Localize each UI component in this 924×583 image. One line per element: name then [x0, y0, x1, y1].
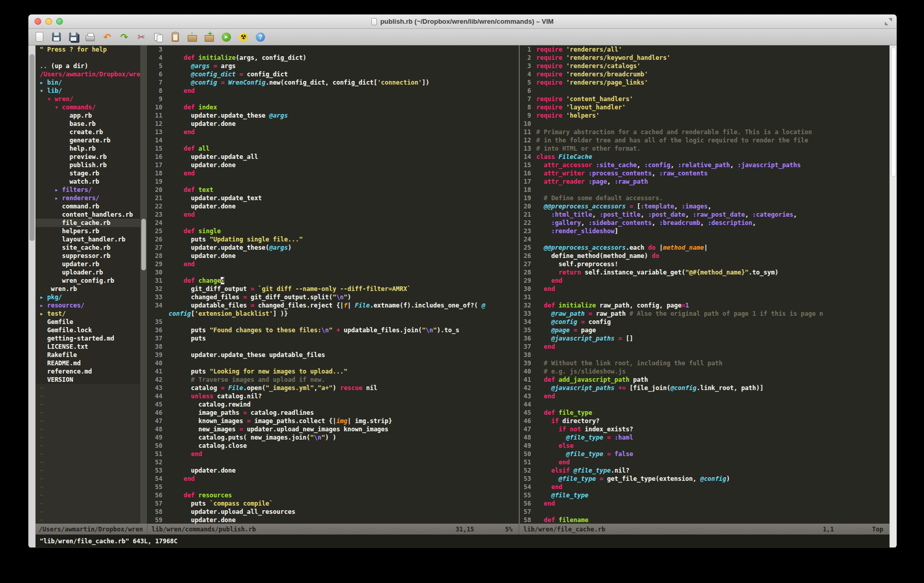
tree-item[interactable]: ▸ test/ [36, 310, 140, 318]
code-line[interactable]: 32 git_diff_output = `git diff --name-on… [147, 285, 519, 293]
code-line[interactable]: 1require 'renderers/all' [520, 45, 889, 54]
tree-item[interactable]: ▾ lib/ [36, 87, 140, 95]
code-line[interactable]: 3require 'renderers/catalogs' [520, 62, 889, 70]
fullscreen-icon[interactable] [885, 18, 892, 25]
tree-item[interactable]: ▸ pkg/ [36, 293, 140, 301]
code-line[interactable]: 52 [147, 458, 519, 466]
code-line[interactable]: 14class FileCache [520, 153, 889, 161]
tree-item[interactable]: ▾ wren/ [36, 95, 140, 103]
code-line[interactable]: 18 end [147, 169, 519, 177]
tree-item[interactable]: uploader.rb [36, 268, 140, 277]
redo-button[interactable] [118, 30, 131, 44]
code-line[interactable]: 47 if not index_exists? [520, 425, 889, 433]
print-button[interactable] [84, 30, 97, 44]
code-line[interactable]: 13# into HTML or other format. [520, 144, 889, 153]
tree-item[interactable]: generate.rb [36, 136, 140, 144]
code-line[interactable]: config['extension_blacklist'] )} [147, 310, 519, 318]
code-line[interactable]: 14 [147, 136, 519, 144]
code-line[interactable]: 22 :gallery, :sidebar_contents, :breadcr… [520, 219, 889, 227]
code-line[interactable]: 46 if directory? [520, 417, 889, 425]
new-file-button[interactable] [32, 30, 46, 44]
code-line[interactable]: 34 @config = config [520, 318, 889, 326]
left-pane-scrollbar-thumb[interactable] [141, 219, 146, 270]
code-line[interactable]: 56 def resources [147, 491, 519, 499]
code-line[interactable]: 10 [520, 120, 889, 128]
code-line[interactable]: 29 end [147, 260, 519, 268]
tree-item[interactable]: wren_config.rb [36, 277, 140, 285]
tree-item[interactable]: VERSION [36, 376, 140, 384]
tree-scrollbar[interactable] [28, 45, 36, 547]
code-line[interactable]: 4 def initialize(args, config_dict) [147, 54, 519, 62]
code-line[interactable]: 12 updater.done [147, 120, 519, 128]
code-line[interactable]: 26 define_method(method_name) do [520, 252, 889, 260]
code-line[interactable]: 41 puts "Looking for new images to uploa… [147, 367, 519, 376]
code-line[interactable]: 3 [147, 45, 519, 54]
tree-item[interactable]: create.rb [36, 128, 140, 136]
tree-item[interactable] [36, 54, 140, 62]
cut-button[interactable] [135, 30, 148, 44]
code-line[interactable]: 25 def single [147, 227, 519, 235]
help-button[interactable] [254, 30, 267, 44]
right-pane-scrollbar-thumb[interactable] [891, 47, 896, 177]
code-line[interactable]: 13 end [147, 128, 519, 136]
code-line[interactable]: 5require 'renderers/page_links' [520, 78, 889, 87]
command-line[interactable]: "lib/wren/file_cache.rb" 643L, 17968C [36, 535, 889, 547]
tree-item[interactable]: helpers.rb [36, 227, 140, 235]
code-line[interactable]: 17 attr_reader :page, :raw_path [520, 177, 889, 186]
code-line[interactable]: 41 def add_javascript_path path [520, 376, 889, 384]
code-line[interactable]: 16 attr_writer :process_contents, :raw_c… [520, 169, 889, 177]
code-line[interactable]: 11 updater.update_these @args [147, 111, 519, 120]
code-line[interactable]: 12# in the folder tree and has all of th… [520, 136, 889, 144]
left-pane-scrollbar[interactable] [140, 45, 147, 524]
code-line[interactable]: 18 [520, 186, 889, 194]
code-line[interactable]: 22 updater.done [147, 202, 519, 210]
tree-item[interactable]: .. (up a dir) [36, 62, 140, 70]
code-line[interactable]: 19 [147, 177, 519, 186]
code-line[interactable]: 31 def changed [147, 277, 519, 285]
code-line[interactable]: 2require 'renderers/keyword_handlers' [520, 54, 889, 62]
code-line[interactable]: 42 # Traverse images and upload if new. [147, 376, 519, 384]
code-line[interactable]: 53 updater.done [147, 466, 519, 475]
code-line[interactable]: 38 [520, 351, 889, 359]
code-line[interactable]: 31 [520, 293, 889, 301]
code-line[interactable]: 50 @file_type = false [520, 450, 889, 458]
code-line[interactable]: 57 puts `compass compile` [147, 499, 519, 508]
make-button[interactable] [237, 30, 250, 44]
code-line[interactable]: 55 [147, 483, 519, 491]
code-line[interactable]: 38 [147, 343, 519, 351]
tree-item[interactable]: ▸ resources/ [36, 301, 140, 310]
tree-item[interactable]: publish.rb [36, 161, 140, 169]
tree-item[interactable]: README.md [36, 359, 140, 367]
code-line[interactable]: 27 updater.update_these(@args) [147, 244, 519, 252]
tree-item[interactable]: ▸ renderers/ [36, 194, 140, 202]
code-line[interactable]: 51 end [520, 458, 889, 466]
zoom-button[interactable] [56, 18, 63, 25]
code-line[interactable]: 58 def filename [520, 516, 889, 524]
tree-item[interactable]: ▾ commands/ [36, 103, 140, 111]
code-line[interactable]: 15 def all [147, 144, 519, 153]
code-line[interactable]: 49 catalog.puts( new_images.join("\n") ) [147, 433, 519, 442]
save-button[interactable] [50, 30, 63, 44]
code-line[interactable]: 6 @config_dict = config_dict [147, 70, 519, 78]
tree-item[interactable]: updater.rb [36, 260, 140, 268]
code-line[interactable]: 44 [520, 400, 889, 409]
code-line[interactable]: 50 catalog.close [147, 442, 519, 450]
code-line[interactable]: 59 updater.done [147, 516, 519, 524]
tree-item[interactable]: app.rb [36, 111, 140, 120]
code-line[interactable]: 32 def initialize raw_path, config, page… [520, 301, 889, 310]
code-line[interactable]: 45 def file_type [520, 409, 889, 417]
code-line[interactable]: 6 [520, 87, 889, 95]
code-line[interactable]: 17 updater.done [147, 161, 519, 169]
code-line[interactable]: 36 puts "Found changes to these files:\n… [147, 326, 519, 334]
code-line[interactable]: 56 end [520, 499, 889, 508]
tree-item[interactable]: base.rb [36, 120, 140, 128]
code-line[interactable]: 35 [147, 318, 519, 326]
save-session-button[interactable] [203, 30, 216, 44]
paste-button[interactable] [169, 30, 182, 44]
code-line[interactable]: 5 @args = args [147, 62, 519, 70]
code-line[interactable]: 27 self.preprocess! [520, 260, 889, 268]
tree-item[interactable]: " Press ? for help [36, 45, 140, 54]
code-line[interactable]: 58 updater.upload_all_resources [147, 508, 519, 516]
tree-item[interactable]: help.rb [36, 144, 140, 153]
code-line[interactable]: 16 updater.update_all [147, 153, 519, 161]
